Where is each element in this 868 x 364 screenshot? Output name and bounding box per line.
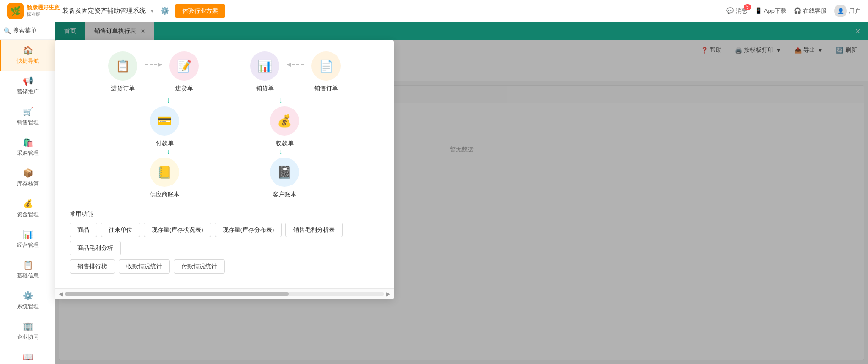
quick-nav-icon: 🏠 — [23, 45, 33, 55]
common-functions: 常用功能 商品 往来单位 现存量(库存状况表) 现存量(库存分布表) 销售毛利分… — [70, 210, 379, 274]
scroll-left-btn[interactable]: ◀ — [59, 291, 63, 297]
flow-node-purchase-bill: 📝 进货单 — [169, 51, 199, 92]
search-icon: 🔍 — [4, 27, 11, 34]
receipt-circle[interactable]: 💰 — [270, 106, 299, 136]
message-button[interactable]: 💬 消息 5 — [726, 7, 748, 15]
scroll-track[interactable] — [65, 292, 384, 296]
receipt-icon: 💰 — [277, 114, 292, 128]
sidebar-label-finance: 资金管理 — [17, 211, 39, 218]
logo-brand: 畅康通好生意 — [27, 4, 60, 11]
sidebar-search[interactable]: 🔍 搜索菜单 — [0, 22, 55, 40]
app-icon: 📱 — [755, 7, 762, 14]
func-btn-stock-dist[interactable]: 现存量(库存分布表) — [215, 223, 282, 237]
purchase-icon: 🛍️ — [23, 137, 33, 147]
customer-ledger-icon: 📓 — [277, 165, 292, 179]
operation-icon: 📊 — [23, 229, 33, 239]
app-download-button[interactable]: 📱 App下载 — [755, 7, 786, 15]
service-label: 在线客服 — [803, 7, 827, 15]
payment-circle[interactable]: 💳 — [150, 106, 179, 136]
purchase-bill-icon: 📝 — [177, 59, 191, 73]
sidebar-item-finance[interactable]: 💰 资金管理 — [0, 193, 55, 224]
message-icon: 💬 — [726, 7, 734, 14]
modal-scrollbar: ◀ ▶ — [55, 288, 394, 299]
arrow-down-2: ↓ — [166, 147, 170, 156]
header-right: 💬 消息 5 📱 App下载 🎧 在线客服 👤 用户 — [726, 5, 861, 17]
basic-icon: 📋 — [23, 260, 33, 270]
marketing-icon: 📢 — [23, 76, 33, 86]
purchase-bill-circle[interactable]: 📝 — [169, 51, 199, 81]
sidebar-item-inventory[interactable]: 📦 库存核算 — [0, 163, 55, 193]
func-btn-stock-status[interactable]: 现存量(库存状况表) — [144, 223, 211, 237]
arrow-down-4: ↓ — [279, 147, 283, 156]
system-dropdown-icon[interactable]: ▼ — [149, 8, 155, 14]
newbie-icon: 📖 — [23, 352, 33, 362]
supplier-ledger-label: 供应商账本 — [150, 190, 180, 199]
trial-button[interactable]: 体验行业方案 — [175, 4, 225, 18]
sidebar-label-corp: 企业协同 — [17, 333, 39, 341]
sidebar-label-basic: 基础信息 — [17, 272, 39, 280]
func-btn-partner[interactable]: 往来单位 — [101, 223, 140, 237]
sidebar-item-corp[interactable]: 🏢 企业协同 — [0, 316, 55, 347]
system-icon: ⚙️ — [23, 291, 33, 301]
sidebar-item-purchase[interactable]: 🛍️ 采购管理 — [0, 132, 55, 163]
sidebar-label-purchase: 采购管理 — [17, 149, 39, 157]
sidebar: 🔍 搜索菜单 🏠 快捷导航 📢 营销推广 🛒 销售管理 🛍️ 采购管理 📦 库存… — [0, 22, 55, 364]
sidebar-label-operation: 经营管理 — [17, 241, 39, 249]
sidebar-label-quick: 快捷导航 — [17, 57, 39, 65]
sales-bill-icon: 📊 — [257, 59, 272, 73]
scroll-right-btn[interactable]: ▶ — [386, 291, 390, 297]
flow-node-sales-bill: 📊 销货单 — [250, 51, 279, 92]
sales-icon: 🛒 — [23, 107, 33, 117]
sidebar-item-quick[interactable]: 🏠 快捷导航 — [0, 40, 55, 71]
sidebar-item-operation[interactable]: 📊 经营管理 — [0, 224, 55, 255]
flow-node-supplier-ledger: 📒 供应商账本 — [150, 158, 180, 199]
logo-area: 🌿 畅康通好生意 标准版 — [7, 3, 62, 19]
flow-node-customer-ledger: 📓 客户账本 — [270, 158, 299, 199]
supplier-ledger-circle[interactable]: 📒 — [150, 158, 179, 187]
purchase-bill-label: 进货单 — [175, 84, 193, 92]
scroll-thumb — [65, 292, 289, 296]
func-btn-product-profit[interactable]: 商品毛利分析 — [70, 241, 121, 255]
sidebar-label-sales: 销售管理 — [17, 119, 39, 126]
arrow-down-3: ↓ — [279, 96, 283, 104]
user-menu[interactable]: 👤 用户 — [834, 5, 861, 17]
func-btn-receipt-stat[interactable]: 收款情况统计 — [119, 259, 170, 274]
online-service-button[interactable]: 🎧 在线客服 — [794, 7, 827, 15]
sidebar-item-newbie[interactable]: 📖 新手引导 — [0, 347, 55, 364]
purchase-order-circle[interactable]: 📋 — [108, 51, 137, 81]
flow-node-purchase-order: 📋 进货订单 — [108, 51, 137, 92]
app-label: App下载 — [764, 7, 786, 15]
sidebar-label-marketing: 营销推广 — [17, 88, 39, 96]
func-btn-sales-profit[interactable]: 销售毛利分析表 — [285, 223, 343, 237]
sales-order-circle[interactable]: 📄 — [311, 51, 341, 81]
flow-node-sales-order: 📄 销售订单 — [311, 51, 341, 92]
logo-icon: 🌿 — [7, 3, 24, 19]
logo-edition: 标准版 — [27, 11, 60, 17]
finance-icon: 💰 — [23, 199, 33, 209]
logo-text: 畅康通好生意 标准版 — [27, 4, 60, 17]
sales-order-label: 销售订单 — [314, 84, 338, 92]
search-label: 搜索菜单 — [13, 27, 37, 35]
func-btn-payment-stat[interactable]: 付款情况统计 — [174, 259, 225, 274]
sidebar-item-sales[interactable]: 🛒 销售管理 — [0, 101, 55, 132]
customer-ledger-circle[interactable]: 📓 — [270, 158, 299, 187]
payment-icon: 💳 — [157, 114, 172, 128]
sales-bill-label: 销货单 — [256, 84, 274, 92]
modal-overlay[interactable]: 📋 进货订单 ▶ 📝 进货单 — [55, 22, 868, 364]
receipt-label: 收款单 — [276, 139, 294, 147]
avatar: 👤 — [834, 5, 847, 17]
corp-icon: 🏢 — [23, 321, 33, 331]
sidebar-item-basic[interactable]: 📋 基础信息 — [0, 255, 55, 285]
sidebar-item-system[interactable]: ⚙️ 系统管理 — [0, 285, 55, 316]
func-btn-sales-rank[interactable]: 销售排行榜 — [70, 259, 115, 274]
flow-node-payment: 💳 付款单 — [150, 106, 179, 147]
func-btn-product[interactable]: 商品 — [70, 223, 97, 237]
arrow-down-1: ↓ — [166, 96, 170, 104]
sales-bill-circle[interactable]: 📊 — [250, 51, 279, 81]
sidebar-item-marketing[interactable]: 📢 营销推广 — [0, 71, 55, 101]
sidebar-label-inventory: 库存核算 — [17, 180, 39, 188]
func-buttons-row1: 商品 往来单位 现存量(库存状况表) 现存量(库存分布表) 销售毛利分析表 商品… — [70, 223, 379, 255]
settings-icon[interactable]: ⚙️ — [158, 5, 171, 17]
system-title: 装备及固定资产辅助管理系统 — [62, 7, 146, 15]
service-icon: 🎧 — [794, 7, 801, 14]
